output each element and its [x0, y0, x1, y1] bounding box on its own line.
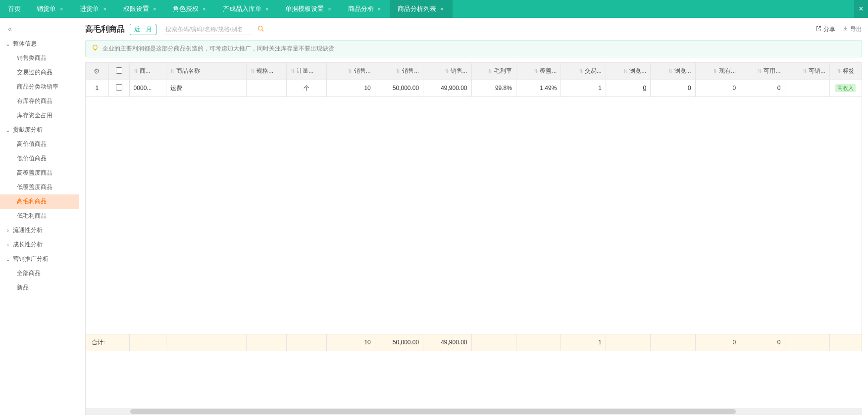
toolbar: 高毛利商品 近一月 分享 导出 — [85, 18, 862, 40]
sidebar-item[interactable]: 低毛利商品 — [0, 209, 79, 223]
column-label: 规格... — [256, 67, 273, 75]
tab-close-all[interactable]: × — [854, 0, 868, 18]
horizontal-scrollbar[interactable] — [86, 408, 862, 415]
sidebar-item[interactable]: 高毛利商品 — [0, 194, 79, 209]
sidebar-group-1[interactable]: ⌄贡献度分析 — [0, 123, 79, 137]
cell-view2: 0 — [651, 80, 695, 96]
sidebar-item[interactable]: 低价值商品 — [0, 151, 79, 166]
column-coverage[interactable]: ⇅覆盖... — [516, 63, 561, 80]
tab-6[interactable]: 单据模板设置× — [277, 0, 340, 18]
cell-margin: 99.8% — [471, 80, 516, 96]
search-input[interactable] — [164, 24, 254, 35]
footer-avail: 0 — [740, 334, 785, 351]
sidebar-group-0[interactable]: ⌄整体信息 — [0, 37, 79, 51]
tab-0[interactable]: 首页 — [0, 0, 29, 18]
tab-5[interactable]: 产成品入库单× — [215, 0, 277, 18]
tab-4[interactable]: 角色授权× — [165, 0, 214, 18]
row-select[interactable] — [108, 80, 129, 96]
sidebar-item[interactable]: 高价值商品 — [0, 137, 79, 151]
select-all-checkbox[interactable] — [116, 67, 122, 74]
period-chip[interactable]: 近一月 — [130, 24, 156, 35]
column-label: 毛利率 — [494, 67, 512, 75]
column-code[interactable]: ⇅商... — [129, 63, 166, 80]
cell-avail: 0 — [740, 80, 785, 96]
search-wrap — [164, 24, 266, 35]
close-icon[interactable]: × — [152, 6, 157, 12]
column-label: 商品名称 — [176, 67, 200, 75]
export-label: 导出 — [850, 25, 862, 34]
close-icon[interactable]: × — [439, 6, 444, 12]
cell-code: 0000... — [129, 80, 166, 96]
sidebar-item[interactable]: 全部商品 — [0, 266, 79, 280]
column-trade[interactable]: ⇅交易... — [561, 63, 606, 80]
column-label: 交易... — [585, 67, 602, 75]
table: ⚙ ⇅商... ⇅商品名称 ⇅规格... ⇅计量... ⇅销售... ⇅销售..… — [85, 62, 862, 415]
column-select-all[interactable] — [108, 63, 129, 80]
chevron-right-icon: › — [5, 227, 11, 234]
column-name[interactable]: ⇅商品名称 — [166, 63, 246, 80]
sort-icon: ⇅ — [291, 68, 295, 74]
column-stock[interactable]: ⇅现有... — [695, 63, 740, 80]
scrollbar-thumb[interactable] — [130, 409, 736, 414]
cell-saleable — [785, 80, 829, 96]
tab-7[interactable]: 商品分析× — [340, 0, 390, 18]
footer-profit: 49,900.00 — [423, 334, 471, 351]
sidebar-item[interactable]: 新品 — [0, 280, 79, 295]
sort-icon: ⇅ — [251, 68, 255, 74]
column-saleable[interactable]: ⇅可销... — [785, 63, 829, 80]
column-profit[interactable]: ⇅销售... — [423, 63, 471, 80]
column-settings[interactable]: ⚙ — [86, 63, 108, 80]
tab-8[interactable]: 商品分析列表× — [390, 0, 452, 18]
column-avail[interactable]: ⇅可用... — [740, 63, 785, 80]
footer-qty: 10 — [327, 334, 375, 351]
toolbar-right: 分享 导出 — [816, 25, 862, 34]
table-row[interactable]: 10000...运费个1050,000.0049,900.0099.8%1.49… — [86, 80, 862, 96]
column-qty[interactable]: ⇅销售... — [327, 63, 375, 80]
cell-qty: 10 — [327, 80, 375, 96]
sidebar-group-2[interactable]: ›流通性分析 — [0, 223, 79, 237]
sidebar-group-3[interactable]: ›成长性分析 — [0, 237, 79, 252]
close-icon[interactable]: × — [264, 6, 269, 12]
search-icon[interactable] — [255, 24, 266, 35]
column-spec[interactable]: ⇅规格... — [247, 63, 287, 80]
tab-2[interactable]: 进货单× — [72, 0, 115, 18]
sort-icon: ⇅ — [348, 68, 352, 74]
sidebar-item[interactable]: 低覆盖度商品 — [0, 180, 79, 194]
sort-icon: ⇅ — [396, 68, 400, 74]
share-button[interactable]: 分享 — [816, 25, 835, 34]
column-unit[interactable]: ⇅计量... — [287, 63, 327, 80]
tab-label: 商品分析 — [348, 4, 374, 13]
close-icon[interactable]: × — [377, 6, 382, 12]
close-icon[interactable]: × — [102, 6, 107, 12]
share-icon — [816, 26, 821, 33]
sidebar-collapse-icon[interactable]: « — [4, 23, 16, 35]
column-view1[interactable]: ⇅浏览... — [606, 63, 650, 80]
table-scroll[interactable]: ⚙ ⇅商... ⇅商品名称 ⇅规格... ⇅计量... ⇅销售... ⇅销售..… — [86, 63, 862, 407]
sidebar-item[interactable]: 交易过的商品 — [0, 65, 79, 80]
sort-icon: ⇅ — [668, 68, 672, 74]
tab-3[interactable]: 权限设置× — [115, 0, 165, 18]
sidebar-group-4[interactable]: ⌄营销推广分析 — [0, 252, 79, 266]
column-margin[interactable]: ⇅毛利率 — [471, 63, 516, 80]
column-tag[interactable]: ⇅标签 — [829, 63, 862, 80]
sidebar-item[interactable]: 库存资金占用 — [0, 108, 79, 123]
cell-stock: 0 — [695, 80, 740, 96]
column-amount[interactable]: ⇅销售... — [375, 63, 423, 80]
row-checkbox[interactable] — [116, 84, 122, 91]
tip-banner: 企业的主要利润都是这部分商品创造的，可考虑加大推广，同时关注库存量不要出现缺货 — [85, 40, 862, 57]
cell-view1[interactable]: 0 — [606, 80, 650, 96]
table-header-row: ⚙ ⇅商... ⇅商品名称 ⇅规格... ⇅计量... ⇅销售... ⇅销售..… — [86, 63, 862, 80]
tab-1[interactable]: 销货单× — [29, 0, 72, 18]
tab-label: 单据模板设置 — [285, 4, 324, 13]
sidebar-item[interactable]: 销售类商品 — [0, 51, 79, 65]
close-icon[interactable]: × — [202, 6, 206, 12]
export-button[interactable]: 导出 — [842, 25, 862, 34]
sidebar-item[interactable]: 有库存的商品 — [0, 94, 79, 108]
column-view2[interactable]: ⇅浏览... — [651, 63, 695, 80]
sidebar-item[interactable]: 高覆盖度商品 — [0, 166, 79, 180]
sidebar-group-label: 营销推广分析 — [13, 255, 49, 263]
close-icon[interactable]: × — [59, 6, 64, 12]
sort-icon: ⇅ — [758, 68, 762, 74]
sidebar-item[interactable]: 商品分类动销率 — [0, 80, 79, 94]
close-icon[interactable]: × — [327, 6, 332, 12]
